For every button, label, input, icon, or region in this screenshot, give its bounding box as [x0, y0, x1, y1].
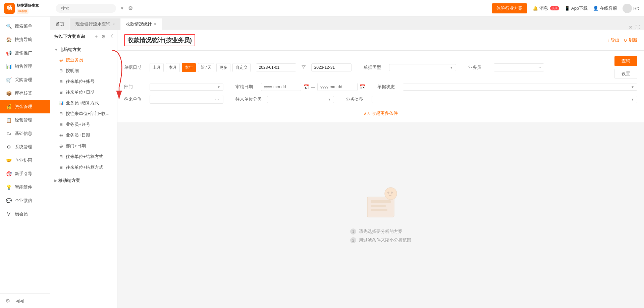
partner-category-select[interactable]: ▼	[267, 96, 334, 103]
scheme-item-unit-dept[interactable]: ⊟ 按往来单位+部门+收...	[50, 108, 117, 119]
scheme-item-by-detail[interactable]: ⊞ 按明细	[50, 65, 117, 76]
dept-date-icon: ◎	[58, 143, 64, 149]
biz-type-select[interactable]: ▼	[372, 96, 637, 103]
sidebar-item-vip[interactable]: V 畅会员	[0, 207, 50, 221]
download-icon: 📱	[565, 6, 570, 11]
sidebar-item-quicknav[interactable]: 🏠 快捷导航	[0, 33, 50, 46]
page-header-actions: ↑ 导出 ↻ 刷新	[607, 37, 638, 43]
guide-icon: 🎯	[5, 170, 12, 177]
operations-icon: 📋	[5, 117, 12, 123]
scheme-settings-icon[interactable]: ⚙	[101, 34, 106, 39]
tab-home[interactable]: 首页	[50, 18, 70, 30]
scheme-item-unit-date[interactable]: ⊟ 往来单位+日期	[50, 87, 117, 98]
date-from-input[interactable]	[256, 63, 296, 71]
online-service-btn[interactable]: 👤 在线客服	[593, 5, 617, 11]
date-to-input[interactable]	[311, 63, 352, 71]
home-icon: 🏠	[5, 36, 12, 43]
tabs-bar: 首页 现金银行流水查询 × 收款情况统计 × ✕ ⛶	[50, 17, 644, 30]
partner-select[interactable]: ···	[150, 95, 223, 104]
settings-gear-icon[interactable]: ⚙	[5, 298, 10, 304]
scheme-item-unit-settle2[interactable]: ⊟ 往来单位+结算方式	[50, 162, 117, 173]
sidebar-item-system[interactable]: ⚙ 系统管理	[0, 140, 50, 154]
tab-maximize-icon[interactable]: ⛶	[635, 24, 640, 30]
scheme-item-salesman-settle[interactable]: 📊 业务员+结算方式	[50, 98, 117, 108]
collapse-sidebar-icon[interactable]: ◀◀	[15, 298, 23, 304]
date-btn-last-month[interactable]: 上月	[150, 63, 164, 72]
dept-select[interactable]: ▼	[150, 84, 223, 91]
scheme-collapse-icon[interactable]: 《	[108, 34, 113, 40]
logo-area: 畅 畅捷通好生意 标准版	[0, 0, 50, 17]
main-area: ▼ ⚙ 体验行业方案 🔔 消息 99+ 📱 App下载 👤 在线客服 Rit	[50, 0, 644, 308]
topbar-settings-icon[interactable]: ⚙	[128, 5, 133, 11]
doc-type-select[interactable]: ▼	[389, 64, 456, 71]
sidebar-item-purchase[interactable]: 🛒 采购管理	[0, 73, 50, 87]
scheme-item-unit-settle1[interactable]: ⊞ 往来单位+结算方式	[50, 151, 117, 162]
sidebar-item-marketing[interactable]: 📢 营销推广	[0, 46, 50, 60]
sidebar-item-finance[interactable]: 💰 资金管理	[0, 100, 50, 113]
sidebar-item-guide[interactable]: 🎯 新手引导	[0, 167, 50, 181]
sidebar-item-hardware[interactable]: 💡 智能硬件	[0, 181, 50, 194]
date-btn-more[interactable]: 更多	[216, 63, 230, 72]
tab-close-all-icon[interactable]: ✕	[629, 24, 633, 30]
scheme-add-icon[interactable]: ＋	[94, 34, 99, 40]
filter-row-2: 部门 ▼ 审核日期 📅 — 📅 单据状态	[124, 83, 637, 91]
tab-receipt[interactable]: 收款情况统计 ×	[120, 18, 162, 30]
finance-icon: 💰	[5, 103, 12, 110]
date-btn-this-month[interactable]: 本月	[166, 63, 180, 72]
export-btn[interactable]: ↑ 导出	[607, 37, 620, 43]
partner-category-chevron: ▼	[328, 98, 331, 101]
filter-panel: 单据日期 上月 本月 本年 近7天 更多 自定义 至 单据类型	[117, 51, 644, 122]
notification-icon: 🔔	[533, 6, 538, 11]
app-download-btn[interactable]: 📱 App下载	[565, 5, 588, 11]
review-date-from[interactable]	[261, 83, 301, 91]
sidebar-item-sales[interactable]: 📊 销售管理	[0, 60, 50, 73]
topbar-dropdown-icon[interactable]: ▼	[120, 6, 124, 11]
partner-label: 往来单位	[124, 96, 144, 102]
inventory-icon: 📦	[5, 90, 12, 97]
filter-settings-btn[interactable]: 设置	[614, 69, 637, 79]
scheme-mobile-header[interactable]: ▶ 移动端方案	[50, 175, 117, 186]
sidebar-item-search[interactable]: 🔍 搜索菜单	[0, 19, 50, 33]
scheme-pc-header[interactable]: ▼ 电脑端方案	[50, 45, 117, 55]
scheme-item-salesman-date[interactable]: ◎ 业务员+日期	[50, 130, 117, 141]
user-avatar[interactable]: Rit	[623, 4, 639, 13]
query-btn[interactable]: 查询	[614, 56, 637, 66]
tab-bank[interactable]: 现金银行流水查询 ×	[70, 18, 120, 30]
scheme-item-by-salesman[interactable]: ◎ 按业务员	[50, 55, 117, 65]
hint-2: 2 用过滤条件来缩小分析范围	[350, 237, 411, 243]
salesman-select[interactable]: ···	[494, 63, 544, 71]
svg-rect-1	[371, 200, 391, 203]
doc-status-select[interactable]: ▼	[403, 84, 637, 91]
service-icon: 👤	[593, 6, 598, 11]
page-title: 收款情况统计(按业务员)	[124, 34, 195, 46]
filter-actions: 查询 设置	[614, 56, 637, 79]
topbar-search-input[interactable]	[56, 4, 116, 13]
empty-illustration	[361, 187, 401, 220]
topbar-left: ▼ ⚙	[56, 4, 133, 13]
review-date-to[interactable]	[317, 83, 358, 91]
notification-btn[interactable]: 🔔 消息 99+	[533, 5, 559, 11]
collapse-btn[interactable]: ∧∧ 收起更多条件	[364, 110, 398, 116]
date-btn-7days[interactable]: 近7天	[198, 63, 214, 72]
scheme-item-unit-account[interactable]: ⊟ 往来单位+账号	[50, 76, 117, 87]
refresh-btn[interactable]: ↻ 刷新	[624, 37, 637, 43]
salesman-settle-icon: 📊	[58, 100, 64, 106]
tab-receipt-close[interactable]: ×	[154, 22, 156, 27]
date-btn-custom[interactable]: 自定义	[232, 63, 251, 72]
sidebar-nav: 🔍 搜索菜单 🏠 快捷导航 📢 营销推广 📊 销售管理 🛒 采购管理 📦 库存核…	[0, 17, 50, 293]
sidebar-item-basic[interactable]: 🗂 基础信息	[0, 127, 50, 140]
sidebar-item-operations[interactable]: 📋 经营管理	[0, 113, 50, 127]
trial-btn[interactable]: 体验行业方案	[492, 3, 527, 13]
sidebar-item-inventory[interactable]: 📦 库存核算	[0, 87, 50, 100]
salesman-label: 业务员	[468, 64, 488, 70]
date-btn-this-year[interactable]: 本年	[182, 63, 196, 72]
scheme-item-salesman-account[interactable]: ⊟ 业务员+账号	[50, 119, 117, 130]
partner-more-icon[interactable]: ···	[214, 97, 220, 102]
scheme-item-dept-date[interactable]: ◎ 部门+日期	[50, 141, 117, 151]
salesman-more-icon[interactable]: ···	[538, 65, 541, 70]
tab-bank-close[interactable]: ×	[112, 22, 115, 27]
sidebar-item-corp[interactable]: 🤝 企业协同	[0, 154, 50, 167]
empty-state: 1 请先选择要分析的方案 2 用过滤条件来缩小分析范围	[350, 187, 411, 243]
sidebar-bottom: ⚙ ◀◀	[0, 293, 50, 308]
sidebar-item-wechat[interactable]: 💬 企业微信	[0, 194, 50, 207]
